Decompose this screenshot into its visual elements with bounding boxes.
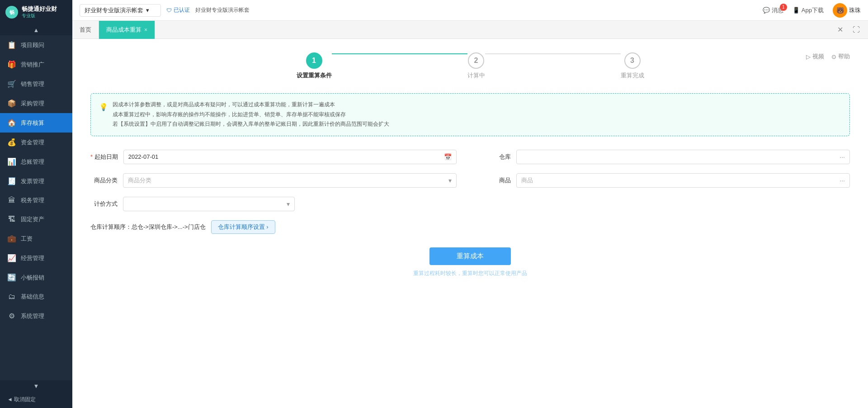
sidebar-scroll-down[interactable]: ▼ [0, 380, 72, 391]
calc-order-label: 仓库计算顺序：总仓->深圳仓库->...->门店仓 [90, 223, 206, 231]
sidebar-item-salary[interactable]: 💼 工资 [0, 229, 72, 248]
sidebar-icon-marketing: 🎁 [7, 60, 16, 69]
sidebar-item-system[interactable]: ⚙ 系统管理 [0, 306, 72, 326]
sidebar-icon-ops: 📈 [7, 254, 16, 262]
info-line-3: 若【系统设置】中启用了自动调整记账日期时，会调整入库单的整单记账日期，因此重新计… [113, 119, 389, 129]
step-3-circle: 3 [624, 52, 641, 69]
sidebar-label-basic: 基础信息 [21, 293, 44, 301]
step-2-circle: 2 [468, 52, 484, 69]
sidebar-item-invoice[interactable]: 🧾 发票管理 [0, 171, 72, 191]
sidebar-icon-expense: 🔄 [7, 273, 16, 282]
warehouse-row: 仓库 ··· [484, 150, 850, 164]
sidebar-icon-project: 📋 [7, 41, 16, 49]
user-action[interactable]: 🐻 珠珠 [833, 3, 861, 18]
sidebar-item-expense[interactable]: 🔄 小畅报销 [0, 268, 72, 287]
step-2-label: 计算中 [467, 71, 485, 80]
message-action[interactable]: 💬 消息 1 [763, 6, 783, 14]
sidebar-item-ops[interactable]: 📈 经营管理 [0, 248, 72, 268]
category-input[interactable]: 商品分类 ▾ [123, 173, 457, 188]
info-box: 💡 因成本计算参数调整，或是对商品成本有疑问时，可以通过成本重算功能，重新计算一… [90, 93, 850, 136]
tab-close-icon[interactable]: × [144, 27, 147, 33]
sidebar-icon-finance: 💰 [7, 138, 16, 147]
maximize-window-button[interactable]: ⛶ [850, 24, 863, 36]
topbar-account-name: 好业财专业版演示帐套 [195, 6, 757, 14]
avatar: 🐻 [833, 3, 847, 18]
verified-badge: 🛡 已认证 [166, 6, 190, 14]
tab-cost-recalc[interactable]: 商品成本重算 × [99, 21, 155, 39]
sidebar-label-invoice: 发票管理 [21, 177, 44, 185]
sidebar-label-expense: 小畅报销 [21, 274, 44, 282]
sidebar-pin-toggle[interactable]: ◄ 取消固定 [0, 391, 72, 408]
category-label: 商品分类 [90, 176, 118, 185]
submit-area: 重算成本 重算过程耗时较长，重算时您可以正常使用产品 [90, 247, 850, 277]
sidebar-nav: 📋 项目顾问 🎁 营销推广 🛒 销售管理 📦 采购管理 🏠 库存核算 💰 资金管… [0, 35, 72, 380]
sidebar-label-tax: 税务管理 [21, 196, 44, 204]
start-date-input[interactable]: 2022-07-01 📅 [123, 150, 457, 164]
tabbar: 首页 商品成本重算 × ✕ ⛶ [72, 21, 868, 39]
sidebar-item-inventory[interactable]: 🏠 库存核算 [0, 113, 72, 133]
sidebar-label-system: 系统管理 [21, 312, 44, 320]
form-grid: 起始日期 2022-07-01 📅 仓库 ··· 商品分类 商品分类 [90, 150, 850, 188]
sidebar-item-basic[interactable]: 🗂 基础信息 [0, 287, 72, 306]
sidebar-item-assets[interactable]: 🏗 固定资产 [0, 210, 72, 229]
calc-order-row: 仓库计算顺序：总仓->深圳仓库->...->门店仓 仓库计算顺序设置 › [90, 220, 850, 234]
warehouse-input[interactable]: ··· [516, 150, 850, 164]
tab-cost-recalc-label: 商品成本重算 [106, 26, 142, 34]
pricing-row: 计价方式 ▾ [90, 197, 850, 211]
start-date-row: 起始日期 2022-07-01 📅 [90, 150, 457, 164]
account-selector[interactable]: 好业财专业版演示帐套 ▾ [80, 4, 161, 17]
app-download-action[interactable]: 📱 App下载 [793, 6, 824, 14]
step-1-circle: 1 [306, 52, 322, 69]
sidebar-label-sales: 销售管理 [21, 80, 44, 88]
tab-window-controls: ✕ ⛶ [834, 24, 868, 36]
tab-home[interactable]: 首页 [72, 21, 99, 39]
topbar-right: 💬 消息 1 📱 App下载 🐻 珠珠 [763, 3, 861, 18]
product-label: 商品 [484, 176, 511, 185]
step-2: 2 计算中 [467, 52, 485, 80]
app-title: 畅捷通好业财 [22, 5, 57, 13]
sidebar-item-purchase[interactable]: 📦 采购管理 [0, 94, 72, 113]
message-badge: 1 [780, 4, 787, 11]
sidebar-label-ops: 经营管理 [21, 254, 44, 262]
product-input[interactable]: 商品 ··· [516, 173, 850, 188]
main-area: 好业财专业版演示帐套 ▾ 🛡 已认证 好业财专业版演示帐套 💬 消息 1 📱 A… [72, 0, 868, 408]
start-date-label: 起始日期 [90, 153, 118, 161]
content-area: 1 设置重算条件 2 计算中 3 重算完成 [72, 39, 868, 408]
info-box-content: 因成本计算参数调整，或是对商品成本有疑问时，可以通过成本重算功能，重新计算一遍成… [113, 100, 389, 129]
sidebar-icon-basic: 🗂 [7, 293, 16, 301]
sidebar-scroll-up[interactable]: ▲ [0, 24, 72, 35]
calc-order-settings-button[interactable]: 仓库计算顺序设置 › [211, 220, 275, 234]
username: 珠珠 [849, 6, 861, 14]
sidebar-item-sales[interactable]: 🛒 销售管理 [0, 74, 72, 94]
help-action[interactable]: ⊙ 帮助 [831, 52, 850, 61]
sidebar: 畅 畅捷通好业财 专业版 ▲ 📋 项目顾问 🎁 营销推广 🛒 销售管理 📦 采购… [0, 0, 72, 408]
product-ellipsis-icon: ··· [840, 177, 845, 184]
recalculate-button[interactable]: 重算成本 [429, 247, 511, 265]
message-icon: 💬 [763, 7, 770, 14]
close-window-button[interactable]: ✕ [834, 24, 846, 36]
phone-icon: 📱 [793, 7, 800, 14]
sidebar-item-accounting[interactable]: 📊 总账管理 [0, 152, 72, 171]
pricing-input[interactable]: ▾ [123, 197, 295, 211]
sidebar-icon-salary: 💼 [7, 234, 16, 243]
account-selector-label: 好业财专业版演示帐套 [85, 6, 143, 14]
bulb-icon: 💡 [99, 101, 108, 129]
sidebar-icon-sales: 🛒 [7, 80, 16, 88]
verified-text: 已认证 [174, 6, 190, 14]
stepper: 1 设置重算条件 2 计算中 3 重算完成 [90, 52, 850, 80]
sidebar-label-accounting: 总账管理 [21, 158, 44, 166]
sidebar-icon-assets: 🏗 [7, 215, 16, 223]
sidebar-item-finance[interactable]: 💰 资金管理 [0, 133, 72, 152]
sidebar-item-marketing[interactable]: 🎁 营销推广 [0, 55, 72, 74]
sidebar-label-project: 项目顾问 [21, 41, 44, 49]
video-action[interactable]: ▷ 视频 [806, 52, 824, 61]
shield-icon: 🛡 [166, 7, 172, 14]
video-label: 视频 [812, 52, 824, 61]
sidebar-header: 畅 畅捷通好业财 专业版 [0, 0, 72, 24]
sidebar-item-project[interactable]: 📋 项目顾问 [0, 35, 72, 55]
sidebar-item-tax[interactable]: 🏛 税务管理 [0, 191, 72, 210]
app-logo: 畅 [5, 6, 18, 19]
sidebar-icon-inventory: 🏠 [7, 119, 16, 127]
step-3-label: 重算完成 [621, 71, 644, 80]
sidebar-label-salary: 工资 [21, 235, 33, 243]
